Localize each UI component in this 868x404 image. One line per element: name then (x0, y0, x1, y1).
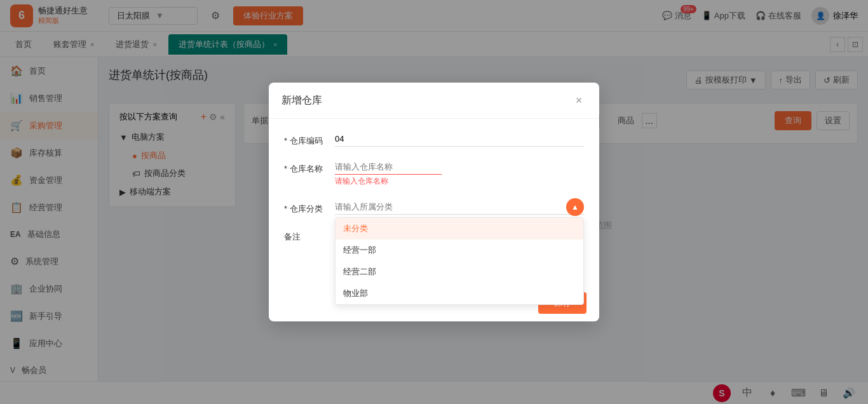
category-input[interactable] (335, 199, 584, 215)
modal-close-btn[interactable]: × (571, 93, 587, 108)
form-row-category: * 仓库分类 ▲ 未分类 经营一部 经营二部 物业部 (284, 199, 584, 215)
name-error-msg: 请输入仓库名称 (335, 177, 388, 185)
form-row-code: * 仓库编码 (284, 131, 584, 147)
modal-overlay: 新增仓库 × * 仓库编码 * 仓库名称 请输入仓库名称 (0, 0, 868, 404)
name-input[interactable] (335, 159, 442, 175)
dropdown-arrow-btn[interactable]: ▲ (566, 198, 584, 216)
category-dropdown-wrap: ▲ 未分类 经营一部 经营二部 物业部 (335, 199, 584, 215)
modal-header: 新增仓库 × (269, 83, 599, 119)
form-row-name: * 仓库名称 请输入仓库名称 (284, 159, 584, 187)
modal-title: 新增仓库 (281, 94, 322, 107)
code-label: * 仓库编码 (284, 131, 335, 147)
category-dropdown-list: 未分类 经营一部 经营二部 物业部 (335, 217, 584, 305)
note-label: 备注 (284, 227, 335, 243)
category-label: * 仓库分类 (284, 199, 335, 215)
name-field-wrap (335, 159, 584, 175)
dropdown-option-1[interactable]: 经营一部 (336, 239, 583, 261)
dropdown-option-2[interactable]: 经营二部 (336, 261, 583, 283)
modal-body: * 仓库编码 * 仓库名称 请输入仓库名称 * 仓库分类 (269, 119, 599, 285)
dropdown-option-0[interactable]: 未分类 (336, 218, 583, 239)
add-warehouse-modal: 新增仓库 × * 仓库编码 * 仓库名称 请输入仓库名称 (269, 83, 599, 321)
dropdown-option-3[interactable]: 物业部 (336, 283, 583, 304)
name-label: * 仓库名称 (284, 159, 335, 175)
code-input[interactable] (335, 131, 584, 147)
